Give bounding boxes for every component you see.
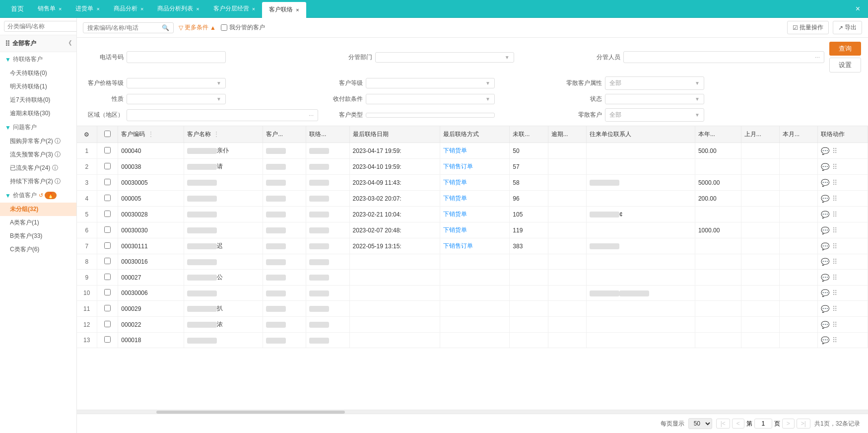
page-size-select[interactable]: 50 (688, 418, 712, 429)
value-refresh-icon[interactable]: ↺ (39, 192, 43, 199)
more-icon[interactable]: ⠿ (832, 147, 837, 155)
row-checkbox[interactable] (104, 305, 111, 311)
row-checkbox[interactable] (104, 226, 111, 233)
chat-icon[interactable]: 💬 (821, 336, 829, 344)
region-input-area[interactable]: ··· (127, 109, 318, 121)
chat-icon[interactable]: 💬 (821, 305, 829, 313)
row-checkbox[interactable] (104, 211, 111, 217)
close-customer-tier-tab[interactable]: × (252, 6, 255, 12)
close-sales-tab[interactable]: × (59, 6, 62, 12)
row-method-link[interactable]: 下销货单 (443, 226, 467, 233)
sidebar-item-b-class[interactable]: B类客户(33) (0, 229, 76, 243)
nav-tab-customer-tier[interactable]: 客户分层经营 × (206, 0, 262, 18)
sidebar-all-customers[interactable]: ⠿ 全部客户 《 (0, 35, 76, 52)
pricelevel-select[interactable]: ▼ (127, 78, 226, 88)
sidebar-item-lost[interactable]: 已流失客户(24) ⓘ (0, 161, 76, 175)
payment-select[interactable]: ▼ (366, 94, 495, 104)
more-icon[interactable]: ⠿ (832, 242, 837, 250)
custtype-select[interactable] (366, 113, 495, 118)
horizontal-scrollbar[interactable] (77, 410, 868, 414)
nav-tab-customer-contact[interactable]: 客户联络 × (262, 2, 306, 18)
sidebar-group-value[interactable]: ▼ 价值客户 ↺ 🔥 (0, 188, 76, 203)
sidebar-item-churn-warning[interactable]: 流失预警客户(3) ⓘ (0, 148, 76, 161)
more-icon[interactable]: ⠿ (832, 179, 837, 187)
row-checkbox[interactable] (104, 321, 111, 327)
more-icon[interactable]: ⠿ (832, 226, 837, 234)
sidebar-item-c-class[interactable]: C类客户(6) (0, 243, 76, 256)
row-checkbox[interactable] (104, 289, 111, 295)
sidebar-item-today-pending[interactable]: 今天待联络(0) (0, 67, 76, 80)
close-window-button[interactable]: × (852, 4, 864, 13)
nav-tab-sales[interactable]: 销售单 × (31, 0, 68, 18)
retail-cust-select[interactable]: 全部 ▼ (605, 108, 704, 122)
chat-icon[interactable]: 💬 (821, 274, 829, 282)
chat-icon[interactable]: 💬 (821, 226, 829, 234)
retail-attr-select[interactable]: 全部 ▼ (605, 76, 704, 90)
more-icon[interactable]: ⠿ (832, 195, 837, 203)
chat-icon[interactable]: 💬 (821, 211, 829, 218)
row-checkbox[interactable] (104, 242, 111, 249)
sidebar-item-7days-pending[interactable]: 近7天待联络(0) (0, 93, 76, 107)
chat-icon[interactable]: 💬 (821, 179, 829, 187)
phone-input[interactable] (127, 51, 226, 63)
last-page-button[interactable]: >| (797, 419, 810, 429)
export-button[interactable]: ↗ 导出 (833, 21, 862, 34)
chat-icon[interactable]: 💬 (821, 258, 829, 266)
page-number-input[interactable] (754, 419, 772, 429)
row-checkbox[interactable] (104, 163, 111, 169)
sidebar-item-declining[interactable]: 持续下滑客户(2) ⓘ (0, 175, 76, 188)
row-method-link[interactable]: 下销售订单 (443, 163, 473, 170)
nav-tab-product-list[interactable]: 商品分析列表 × (150, 0, 206, 18)
next-page-button[interactable]: > (782, 419, 795, 429)
more-icon[interactable]: ⠿ (832, 321, 837, 329)
more-icon[interactable]: ⠿ (832, 336, 837, 344)
more-icon[interactable]: ⠿ (832, 258, 837, 266)
close-purchase-tab[interactable]: × (96, 6, 99, 12)
th-gear[interactable]: ⚙ (77, 126, 97, 143)
dept-select[interactable]: ▼ (375, 52, 514, 63)
row-checkbox[interactable] (104, 179, 111, 185)
row-method-link[interactable]: 下销售订单 (443, 242, 473, 249)
row-checkbox[interactable] (104, 274, 111, 280)
my-customers-checkbox[interactable] (221, 24, 227, 31)
sidebar-group-pending[interactable]: ▼ 待联络客户 (0, 52, 76, 67)
more-icon[interactable]: ⠿ (832, 163, 837, 171)
more-icon[interactable]: ⠿ (832, 211, 837, 218)
nav-home[interactable]: 首页 (4, 4, 31, 13)
sidebar-group-problem[interactable]: ▼ 问题客户 (0, 120, 76, 135)
row-method-link[interactable]: 下销货单 (443, 147, 467, 154)
select-all-checkbox[interactable] (104, 131, 111, 137)
reset-button[interactable]: 设置 (829, 58, 861, 72)
row-method-link[interactable]: 下销货单 (443, 211, 467, 217)
row-method-link[interactable]: 下销货单 (443, 179, 467, 186)
close-product-analysis-tab[interactable]: × (140, 6, 143, 12)
col-resize-code[interactable]: ⋮ (148, 131, 154, 138)
nav-tab-product-analysis[interactable]: 商品分析 × (107, 0, 150, 18)
query-button[interactable]: 查询 (829, 42, 861, 56)
more-icon[interactable]: ⠿ (832, 289, 837, 297)
sidebar-item-tomorrow-pending[interactable]: 明天待联络(1) (0, 80, 76, 93)
custlevel-select[interactable]: ▼ (366, 78, 495, 88)
prev-page-button[interactable]: < (732, 419, 744, 429)
scrollbar-thumb[interactable] (156, 411, 345, 414)
row-checkbox[interactable] (104, 147, 111, 153)
batch-ops-button[interactable]: ☑ 批量操作 (787, 21, 829, 34)
chat-icon[interactable]: 💬 (821, 163, 829, 171)
col-resize-name[interactable]: ⋮ (213, 131, 219, 138)
nature-select[interactable]: ▼ (127, 94, 226, 104)
sidebar-search-input[interactable] (4, 21, 77, 32)
chat-icon[interactable]: 💬 (821, 289, 829, 297)
close-product-list-tab[interactable]: × (196, 6, 199, 12)
row-checkbox[interactable] (104, 336, 111, 343)
more-icon[interactable]: ⠿ (832, 274, 837, 282)
chat-icon[interactable]: 💬 (821, 147, 829, 155)
status-select[interactable]: ▼ (605, 94, 704, 104)
row-checkbox[interactable] (104, 258, 111, 264)
filter-search-input[interactable] (87, 24, 162, 31)
filter-search-icon[interactable]: 🔍 (162, 24, 169, 31)
first-page-button[interactable]: |< (716, 419, 730, 429)
row-checkbox[interactable] (104, 195, 111, 201)
nav-tab-purchase[interactable]: 进货单 × (68, 0, 106, 18)
sidebar-item-overdue-pending[interactable]: 逾期未联络(30) (0, 107, 76, 120)
th-check[interactable] (97, 126, 118, 143)
